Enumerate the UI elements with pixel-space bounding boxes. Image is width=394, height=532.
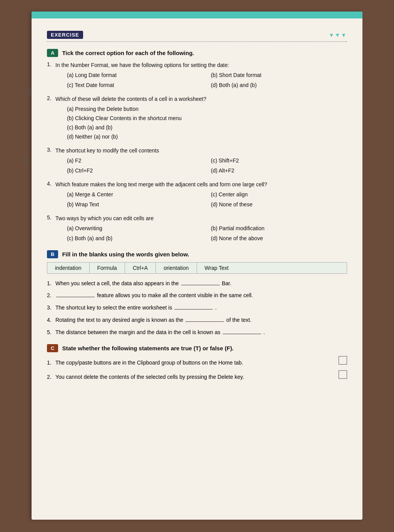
exercise-header: EXERCISE ▼▼▼ (47, 31, 347, 42)
section-a-header: A Tick the correct option for each of th… (47, 49, 347, 57)
fill-q4-blank (185, 321, 224, 322)
tf-q-1: 1. The copy/paste buttons are in the Cli… (47, 356, 347, 368)
fill-word-2: Formula (90, 263, 125, 273)
q5-body: Two ways by which you can edit cells are… (55, 214, 347, 243)
q2-option-b: (b) Clicking Clear Contents in the short… (67, 114, 347, 123)
q1-option-c: (c) Text Date format (67, 81, 203, 90)
q2-option-d: (d) Neither (a) nor (b) (67, 132, 347, 142)
q5-options: (a) Overwriting (b) Partial modification… (67, 224, 347, 243)
fill-q2-num: 2. (47, 291, 55, 300)
q3-num: 3. (47, 147, 55, 153)
q3-text: The shortcut key to modify the cell cont… (55, 146, 347, 155)
fill-q1-text: When you select a cell, the data also ap… (55, 279, 231, 288)
fill-q2-blank (56, 297, 95, 297)
fill-q-3: 3. The shortcut key to select the entire… (47, 303, 347, 313)
sidebar-text-oup: oup. (27, 87, 32, 95)
book-page: EXERCISE ▼▼▼ A Tick the correct option f… (32, 12, 362, 520)
q1-body: In the Number Format, we have the follow… (55, 61, 347, 90)
section-c-header: C State whether the following statements… (47, 344, 347, 352)
fill-q1-num: 1. (47, 279, 55, 288)
q4-option-d: (d) None of these (211, 200, 347, 209)
question-1: 1. In the Number Format, we have the fol… (47, 61, 347, 90)
q2-num: 2. (47, 95, 55, 101)
triangle-icons: ▼▼▼ (329, 32, 347, 38)
section-a-badge: A (47, 49, 58, 57)
question-4: 4. Which feature makes the long text mer… (47, 180, 347, 209)
question-2: 2. Which of these will delete the conten… (47, 95, 347, 142)
q3-option-a: (a) F2 (67, 156, 203, 166)
fill-q5-text: The distance between the margin and the … (55, 328, 265, 337)
fill-word-1: indentation (47, 263, 90, 273)
fill-q-5: 5. The distance between the margin and t… (47, 328, 347, 337)
q1-option-a: (a) Long Date format (67, 71, 203, 80)
q2-option-c: (c) Both (a) and (b) (67, 123, 347, 132)
q1-option-d: (d) Both (a) and (b) (211, 81, 347, 90)
fill-q-1: 1. When you select a cell, the data also… (47, 279, 347, 288)
section-b-header: B Fill in the blanks using the words giv… (47, 250, 347, 258)
q1-options: (a) Long Date format (b) Short Date form… (67, 71, 347, 90)
q5-option-a: (a) Overwriting (67, 224, 203, 233)
section-c-badge: C (47, 344, 58, 352)
exercise-badge: EXERCISE (47, 31, 83, 39)
q4-option-a: (a) Merge & Center (67, 190, 203, 199)
fill-q4-text: Rotating the text to any desired angle i… (55, 316, 251, 325)
q1-option-b: (b) Short Date format (211, 71, 347, 80)
q3-option-d: (d) Alt+F2 (211, 166, 347, 176)
fill-q2-text: feature allows you to make all the conte… (55, 291, 253, 300)
fill-q4-num: 4. (47, 316, 55, 325)
question-3: 3. The shortcut key to modify the cell c… (47, 146, 347, 176)
q1-text: In the Number Format, we have the follow… (55, 61, 347, 69)
fill-q-2: 2. feature allows you to make all the co… (47, 291, 347, 300)
q2-options: (a) Pressing the Delete button (b) Click… (67, 105, 347, 141)
q5-option-c: (c) Both (a) and (b) (67, 234, 203, 243)
q2-text: Which of these will delete the contents … (55, 95, 347, 103)
q4-body: Which feature makes the long text merge … (55, 180, 347, 209)
fill-q-4: 4. Rotating the text to any desired angl… (47, 316, 347, 325)
tf-q1-checkbox[interactable] (339, 356, 347, 365)
q3-option-b: (b) Ctrl+F2 (67, 166, 203, 176)
page-content: EXERCISE ▼▼▼ A Tick the correct option f… (47, 26, 347, 382)
fill-q1-blank (181, 285, 220, 285)
fill-q3-num: 3. (47, 303, 55, 313)
fill-word-5: Wrap Text (197, 263, 237, 273)
q2-body: Which of these will delete the contents … (55, 95, 347, 142)
q2-option-a: (a) Pressing the Delete button (67, 105, 347, 114)
tf-q2-checkbox[interactable] (339, 370, 347, 379)
q4-num: 4. (47, 181, 55, 187)
tf-q-2: 2. You cannot delete the contents of the… (47, 370, 347, 382)
teal-bar (32, 12, 362, 18)
q4-options: (a) Merge & Center (c) Center align (b) … (67, 190, 347, 209)
question-5: 5. Two ways by which you can edit cells … (47, 214, 347, 243)
fill-q3-blank (174, 309, 213, 309)
tf-q2-num: 2. (47, 373, 55, 382)
section-b-title: Fill in the blanks using the words given… (62, 251, 189, 258)
q3-options: (a) F2 (c) Shift+F2 (b) Ctrl+F2 (d) Alt+… (67, 156, 347, 176)
sidebar-text-tyle: tyle (24, 157, 29, 164)
fill-word-3: Ctrl+A (125, 263, 156, 273)
q5-text: Two ways by which you can edit cells are (55, 214, 347, 223)
q5-num: 5. (47, 214, 55, 221)
q4-option-c: (c) Center align (211, 190, 347, 199)
q3-body: The shortcut key to modify the cell cont… (55, 146, 347, 176)
section-c-title: State whether the following statements a… (62, 345, 234, 351)
q1-num: 1. (47, 61, 55, 67)
section-b-badge: B (47, 250, 58, 258)
fill-questions-block: 1. When you select a cell, the data also… (47, 279, 347, 337)
fill-q5-num: 5. (47, 328, 55, 337)
q5-option-b: (b) Partial modification (211, 224, 347, 233)
tf-q1-num: 1. (47, 358, 55, 368)
fill-words-box: indentation Formula Ctrl+A orientation W… (47, 262, 347, 274)
fill-word-4: orientation (156, 263, 197, 273)
tf-q1-text: The copy/paste buttons are in the Clipbo… (55, 358, 334, 368)
fill-q3-text: The shortcut key to select the entire wo… (55, 303, 217, 313)
q3-option-c: (c) Shift+F2 (211, 156, 347, 166)
q4-text: Which feature makes the long text merge … (55, 180, 347, 189)
q4-option-b: (b) Wrap Text (67, 200, 203, 209)
q5-option-d: (d) None of the above (211, 234, 347, 243)
tf-q2-text: You cannot delete the contents of the se… (55, 373, 334, 382)
section-a-title: Tick the correct option for each of the … (62, 50, 194, 56)
tf-questions-block: 1. The copy/paste buttons are in the Cli… (47, 356, 347, 382)
fill-q5-blank (223, 334, 261, 334)
